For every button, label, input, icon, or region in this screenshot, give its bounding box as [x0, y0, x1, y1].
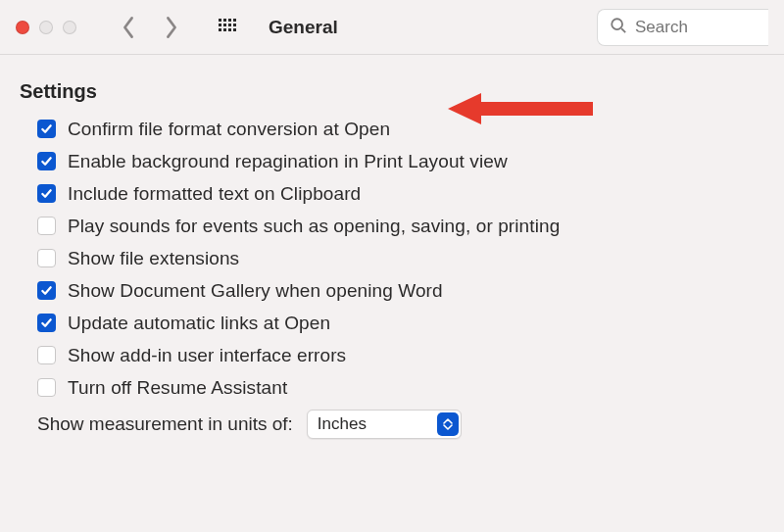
back-button[interactable]	[118, 17, 139, 38]
setting-label: Play sounds for events such as opening, …	[68, 216, 560, 237]
setting-label: Include formatted text on Clipboard	[68, 183, 361, 205]
setting-label: Show Document Gallery when opening Word	[68, 280, 443, 302]
search-input[interactable]	[635, 18, 743, 37]
setting-label: Show file extensions	[68, 248, 239, 269]
svg-rect-4	[219, 24, 221, 26]
svg-rect-0	[219, 19, 221, 22]
svg-rect-8	[219, 28, 221, 31]
setting-row[interactable]: Show Document Gallery when opening Word	[37, 274, 764, 307]
setting-row[interactable]: Enable background repagination in Print …	[37, 145, 764, 177]
checkbox-checked-icon[interactable]	[37, 281, 56, 300]
checkbox-checked-icon[interactable]	[37, 120, 56, 138]
setting-label: Turn off Resume Assistant	[68, 377, 287, 399]
svg-rect-10	[228, 28, 231, 31]
svg-rect-9	[223, 28, 226, 31]
setting-label: Enable background repagination in Print …	[68, 151, 508, 172]
search-icon	[610, 17, 627, 38]
setting-row[interactable]: Update automatic links at Open	[37, 307, 764, 339]
close-window-button[interactable]	[16, 21, 29, 34]
measurement-row: Show measurement in units of: Inches	[37, 404, 764, 439]
svg-rect-7	[233, 24, 236, 26]
checkbox-checked-icon[interactable]	[37, 314, 56, 332]
page-title: General	[269, 17, 338, 38]
checkbox-unchecked-icon[interactable]	[37, 249, 56, 267]
setting-row[interactable]: Turn off Resume Assistant	[37, 371, 764, 404]
setting-row[interactable]: Show file extensions	[37, 242, 764, 274]
measurement-label: Show measurement in units of:	[37, 413, 293, 435]
checkbox-checked-icon[interactable]	[37, 184, 56, 203]
checkbox-unchecked-icon[interactable]	[37, 346, 56, 364]
setting-label: Update automatic links at Open	[68, 313, 330, 334]
show-all-icon[interactable]	[218, 18, 237, 37]
setting-row[interactable]: Confirm file format conversion at Open	[37, 113, 764, 145]
svg-rect-6	[228, 24, 231, 26]
maximize-window-button[interactable]	[63, 21, 76, 34]
measurement-select[interactable]: Inches	[307, 410, 462, 439]
content-area: Settings Confirm file format conversion …	[0, 55, 784, 439]
measurement-value: Inches	[318, 414, 367, 434]
window-controls	[16, 21, 76, 34]
setting-row[interactable]: Play sounds for events such as opening, …	[37, 210, 764, 242]
checkbox-unchecked-icon[interactable]	[37, 378, 56, 397]
svg-rect-5	[223, 24, 226, 26]
svg-rect-3	[233, 19, 236, 22]
svg-rect-1	[223, 19, 226, 22]
minimize-window-button[interactable]	[39, 21, 53, 34]
checkbox-checked-icon[interactable]	[37, 152, 56, 170]
setting-row[interactable]: Show add-in user interface errors	[37, 339, 764, 371]
nav-controls	[118, 17, 182, 38]
svg-rect-2	[228, 19, 231, 22]
svg-point-12	[612, 19, 622, 29]
setting-row[interactable]: Include formatted text on Clipboard	[37, 177, 764, 210]
setting-label: Confirm file format conversion at Open	[68, 119, 390, 140]
forward-button[interactable]	[161, 17, 182, 38]
svg-rect-11	[233, 28, 236, 31]
search-field[interactable]	[597, 9, 768, 46]
section-title: Settings	[20, 80, 764, 103]
select-stepper-icon	[437, 412, 459, 436]
settings-list: Confirm file format conversion at Open E…	[20, 113, 764, 439]
toolbar: General	[0, 0, 784, 55]
setting-label: Show add-in user interface errors	[68, 345, 346, 366]
svg-line-13	[621, 28, 625, 32]
checkbox-unchecked-icon[interactable]	[37, 217, 56, 235]
